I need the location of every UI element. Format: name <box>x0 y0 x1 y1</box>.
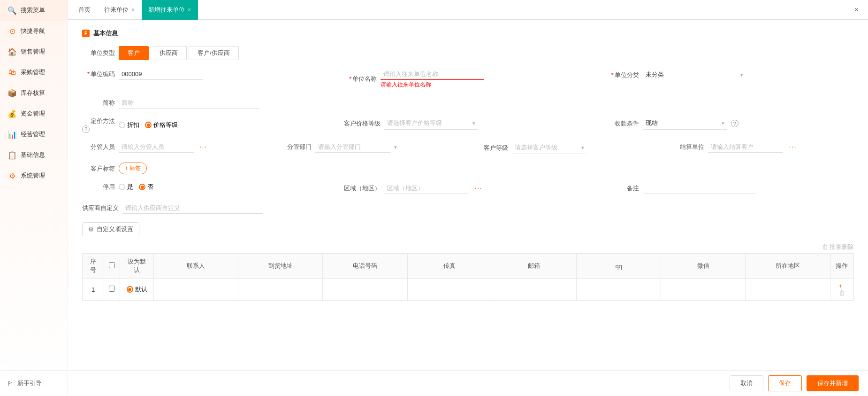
row-add-btn[interactable]: + <box>839 282 843 289</box>
main-close-button[interactable]: × <box>849 6 864 14</box>
row-wechat-input[interactable] <box>666 286 740 293</box>
unit-category-select[interactable]: 未分类 ▾ <box>643 69 746 81</box>
row-phone-input[interactable] <box>327 286 402 293</box>
settlement-input[interactable] <box>708 141 783 153</box>
supplier-custom-input[interactable] <box>122 202 263 214</box>
row-address-input[interactable] <box>243 286 318 293</box>
customer-price-select[interactable]: 请选择客户价格等级 ▾ <box>384 117 478 130</box>
dept-input[interactable] <box>315 141 390 153</box>
unit-name-field-wrapper: 请输入往来单位名称 <box>381 69 592 89</box>
col-fax: 传真 <box>407 254 492 279</box>
row-fax-input[interactable] <box>412 286 487 293</box>
row-region[interactable] <box>746 279 830 301</box>
row-qq-input[interactable] <box>581 286 656 293</box>
row-action: + 🗑 <box>830 279 853 301</box>
select-all-checkbox[interactable] <box>109 262 115 268</box>
disabled-yes-radio[interactable]: 是 <box>119 183 133 191</box>
tab-home[interactable]: 首页 <box>72 0 98 20</box>
customer-level-placeholder: 请选择客户等级 <box>515 143 581 152</box>
row-default: 默认 <box>120 279 154 301</box>
pricing-discount-label: 折扣 <box>127 121 139 129</box>
sidebar-item-newbie[interactable]: 🏳 新手引导 <box>0 375 68 391</box>
sidebar-bottom: 🏳 新手引导 <box>0 370 68 396</box>
unit-type-supplier-btn[interactable]: 供应商 <box>151 46 187 60</box>
row-delete-btn[interactable]: 🗑 <box>839 289 845 296</box>
row-region-input[interactable] <box>750 286 825 293</box>
row-select-checkbox[interactable] <box>109 286 115 292</box>
short-name-input[interactable] <box>119 97 259 109</box>
row-default-label: 默认 <box>135 285 147 294</box>
unit-name-error: 请输入往来单位名称 <box>381 81 592 89</box>
payment-terms-help-icon[interactable]: ? <box>731 120 739 127</box>
add-tag-button[interactable]: + 标签 <box>119 163 147 174</box>
sidebar-item-sales[interactable]: 🏠 销售管理 <box>0 41 68 62</box>
disabled-no-radio[interactable]: 否 <box>139 183 153 191</box>
col-address: 到货地址 <box>238 254 323 279</box>
row-contact-input[interactable] <box>159 286 233 293</box>
remark-input[interactable] <box>643 183 755 194</box>
unit-category-field: *单位分类 未分类 ▾ <box>606 69 854 81</box>
save-button[interactable]: 保存 <box>768 375 802 391</box>
row-email-input[interactable] <box>497 286 571 293</box>
tab-bar: 首页 往来单位 × 新增往来单位 × × <box>68 0 868 20</box>
batch-delete-btn[interactable]: 🗑 批量删除 <box>82 243 854 251</box>
manager-more-btn[interactable]: ··· <box>199 143 207 151</box>
required-star: * <box>87 70 90 78</box>
sidebar-item-system[interactable]: ⚙ 系统管理 <box>0 165 68 186</box>
unit-category-label: *单位分类 <box>606 71 639 79</box>
sidebar-item-basic[interactable]: 📋 基础信息 <box>0 145 68 165</box>
save-new-button[interactable]: 保存并新增 <box>807 375 859 391</box>
row-fax[interactable] <box>407 279 492 301</box>
pricing-level-radio[interactable]: 价格等级 <box>145 121 178 129</box>
custom-settings-button[interactable]: ⚙ 自定义项设置 <box>82 222 139 236</box>
pricing-help-icon[interactable]: ? <box>82 125 90 133</box>
tab-trading-unit-close[interactable]: × <box>131 7 135 13</box>
system-icon: ⚙ <box>8 171 17 180</box>
region-input[interactable] <box>384 183 469 194</box>
batch-delete-icon: 🗑 <box>822 243 828 250</box>
supplier-custom-field: 供应商自定义 <box>82 202 854 214</box>
sidebar-item-purchase[interactable]: 🛍 采购管理 <box>0 62 68 83</box>
region-more-btn[interactable]: ··· <box>474 184 482 193</box>
payment-terms-select[interactable]: 现结 ▾ <box>643 117 727 130</box>
sidebar-item-shortcut[interactable]: ⊙ 快捷导航 <box>0 21 68 41</box>
settlement-more-btn[interactable]: ··· <box>789 143 796 151</box>
col-checkbox[interactable] <box>104 254 120 279</box>
sidebar-item-finance[interactable]: 💰 资金管理 <box>0 103 68 124</box>
unit-type-customer-btn[interactable]: 客户 <box>119 46 149 60</box>
tab-trading-unit[interactable]: 往来单位 × <box>98 0 142 20</box>
sidebar-item-operation[interactable]: 📊 经营管理 <box>0 124 68 145</box>
row-email[interactable] <box>492 279 576 301</box>
row-default-circle <box>127 286 133 293</box>
row-address[interactable] <box>238 279 323 301</box>
sidebar-item-search[interactable]: 🔍 搜索菜单 <box>0 0 68 21</box>
customer-price-label: 客户价格等级 <box>344 119 381 128</box>
tab-new-trading-unit-close[interactable]: × <box>188 7 191 13</box>
sidebar-item-inventory[interactable]: 📦 库存核算 <box>0 83 68 103</box>
row-phone[interactable] <box>323 279 407 301</box>
pricing-method-field: 定价方法 ? 折扣 价格等级 <box>82 117 330 133</box>
row-wechat[interactable] <box>661 279 746 301</box>
unit-code-input[interactable] <box>119 69 203 80</box>
remark-label: 备注 <box>606 184 639 193</box>
dept-chevron: ▾ <box>394 144 397 150</box>
tab-new-trading-unit[interactable]: 新增往来单位 × <box>142 0 198 20</box>
row-default-radio[interactable]: 默认 <box>125 285 149 294</box>
tab-trading-unit-label: 往来单位 <box>104 6 129 14</box>
pricing-discount-radio[interactable]: 折扣 <box>119 121 139 129</box>
pricing-row: 定价方法 ? 折扣 价格等级 <box>82 117 854 133</box>
unit-name-input[interactable] <box>381 69 484 80</box>
sidebar-label-basic: 基础信息 <box>21 151 45 159</box>
row-contact[interactable] <box>154 279 238 301</box>
shortcut-icon: ⊙ <box>8 26 17 36</box>
col-region: 所在地区 <box>746 254 830 279</box>
unit-type-both-btn[interactable]: 客户/供应商 <box>189 46 239 60</box>
manager-input[interactable] <box>119 141 194 153</box>
row-qq[interactable] <box>576 279 661 301</box>
payment-terms-chevron: ▾ <box>722 120 724 126</box>
unit-name-field: *单位名称 请输入往来单位名称 <box>344 69 592 89</box>
customer-level-select[interactable]: 请选择客户等级 ▾ <box>512 141 587 154</box>
table-row: 1 默认 <box>83 279 854 301</box>
cancel-button[interactable]: 取消 <box>730 375 763 391</box>
row-checkbox[interactable] <box>104 279 120 301</box>
